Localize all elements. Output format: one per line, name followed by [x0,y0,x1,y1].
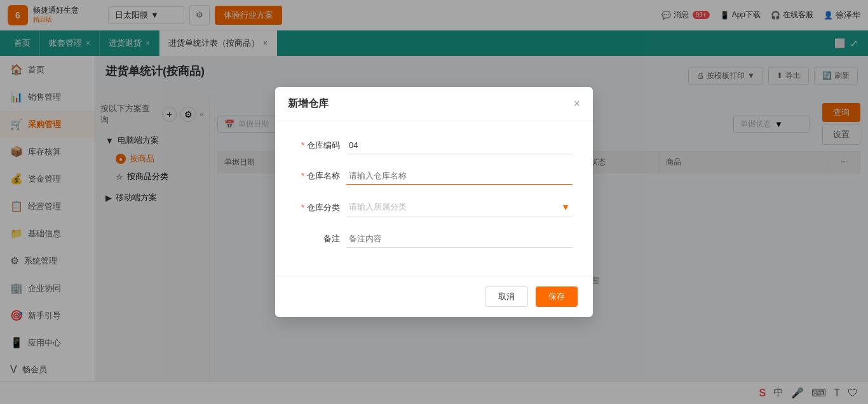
cancel-button[interactable]: 取消 [485,286,528,307]
form-row-remark: 备注 [295,230,573,248]
remark-input[interactable] [346,230,573,248]
code-label: 仓库编码 [295,140,346,151]
form-row-name: 仓库名称 [295,167,573,185]
name-input[interactable] [346,167,573,185]
category-placeholder: 请输入所属分类 [349,201,561,213]
save-button[interactable]: 保存 [536,286,578,307]
category-select[interactable]: 请输入所属分类 ▼ [346,198,573,217]
modal-footer: 取消 保存 [275,276,593,317]
modal-close-button[interactable]: × [573,97,580,111]
remark-label: 备注 [295,233,346,245]
modal-overlay[interactable]: 新增仓库 × 仓库编码 仓库名称 仓库分类 请输入所属分类 ▼ [0,0,868,404]
form-row-category: 仓库分类 请输入所属分类 ▼ [295,198,573,217]
modal-header: 新增仓库 × [275,87,593,121]
modal-body: 仓库编码 仓库名称 仓库分类 请输入所属分类 ▼ 备注 [275,121,593,276]
code-input[interactable] [346,137,573,154]
category-label: 仓库分类 [295,202,346,213]
name-label: 仓库名称 [295,170,346,182]
modal-title: 新增仓库 [288,97,329,111]
form-row-code: 仓库编码 [295,137,573,154]
select-arrow-icon: ▼ [561,202,570,212]
add-warehouse-modal: 新增仓库 × 仓库编码 仓库名称 仓库分类 请输入所属分类 ▼ [275,87,593,317]
